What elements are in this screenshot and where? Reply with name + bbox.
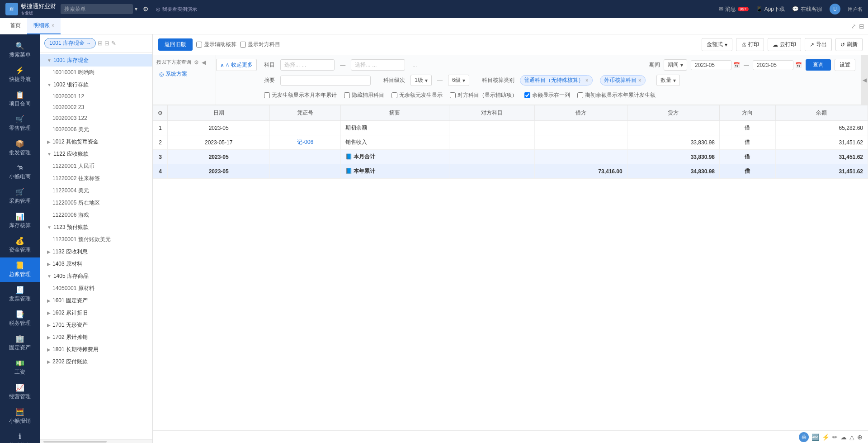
account-item-1012[interactable]: ▶ 1012 其他货币资金 xyxy=(40,136,152,148)
account-item-2202[interactable]: ▶ 2202 应付账款 xyxy=(40,356,152,368)
tab-home[interactable]: 首页 xyxy=(4,18,27,34)
settings-icon[interactable]: ⚙ xyxy=(143,5,149,13)
account-item-11230001[interactable]: 11230001 预付账款美元 xyxy=(40,233,152,246)
subject-start-select[interactable]: 选择... ... xyxy=(280,59,335,71)
tab-close-icon[interactable]: × xyxy=(52,23,54,28)
account-item-1405[interactable]: ▼ 1405 库存商品 xyxy=(40,270,152,282)
sidebar-item-basicinfo[interactable]: ℹ 基础信息 xyxy=(0,429,40,443)
scheme-item-system[interactable]: ◎ 系统方案 xyxy=(156,68,212,80)
check-counter-subject[interactable]: 对方科目（显示辅助项） xyxy=(450,91,517,99)
check-hide-aux[interactable]: 隐藏辅用科目 xyxy=(344,91,384,99)
account-item-1602[interactable]: ▶ 1602 累计折旧 xyxy=(40,307,152,319)
return-old-version-button[interactable]: 返回旧版 xyxy=(158,38,193,51)
level-start-select[interactable]: 1级 ▾ xyxy=(410,75,432,86)
query-button[interactable]: 查询 xyxy=(806,59,831,71)
account-item-1122[interactable]: ▼ 1122 应收账款 xyxy=(40,148,152,160)
period-end-cal-icon[interactable]: 📅 xyxy=(795,62,802,68)
account-item-1001[interactable]: ▼ 1001 库存现金 xyxy=(40,54,152,67)
sidebar-item-retail[interactable]: 🛒 零售管理 xyxy=(0,111,40,136)
account-item-10020006[interactable]: 10020006 美元 xyxy=(40,124,152,136)
sidebar-item-search[interactable]: 🔍 搜索菜单 xyxy=(0,38,40,62)
format-button[interactable]: 金额式 ▾ xyxy=(702,38,732,51)
account-item-1002[interactable]: ▼ 1002 银行存款 xyxy=(40,79,152,91)
account-item-10020003[interactable]: 10020003 122 xyxy=(40,113,152,124)
account-item-1132[interactable]: ▶ 1132 应收利息 xyxy=(40,246,152,258)
sidebar-item-payroll[interactable]: 💵 工资 xyxy=(0,355,40,380)
sidebar-item-ecommerce[interactable]: 🛍 小畅电商 xyxy=(0,160,40,184)
sidebar-item-operations[interactable]: 📈 经营管理 xyxy=(0,380,40,404)
check-no-occur[interactable]: 无发生额显示本月本年累计 xyxy=(264,91,337,99)
account-item-1601[interactable]: ▶ 1601 固定资产 xyxy=(40,295,152,307)
account-item-10010001[interactable]: 10010001 哟哟哟 xyxy=(40,67,152,79)
tab-expand-icon[interactable]: ⤢ xyxy=(851,23,856,30)
bottom-icon-4[interactable]: ☁ xyxy=(840,433,847,441)
refresh-button[interactable]: ↺ 刷新 xyxy=(835,38,863,51)
account-item-10020002[interactable]: 10020002 23 xyxy=(40,102,152,113)
bottom-icon-1[interactable]: 🔤 xyxy=(811,433,819,441)
category-tag-normal-close[interactable]: × xyxy=(585,77,589,84)
table-header-gear[interactable]: ⚙ xyxy=(153,105,168,121)
user-avatar[interactable]: U xyxy=(830,4,840,14)
sidebar-item-inventory[interactable]: 📊 库存核算 xyxy=(0,209,40,233)
quantity-select[interactable]: 数量 ▾ xyxy=(656,75,680,86)
bottom-icon-5[interactable]: △ xyxy=(849,433,854,441)
account-item-1701[interactable]: ▶ 1701 无形资产 xyxy=(40,319,152,331)
period-start-cal-icon[interactable]: 📅 xyxy=(733,62,740,68)
sidebar-item-finance[interactable]: 💰 资金管理 xyxy=(0,233,40,257)
sidebar-item-ledger[interactable]: 📒 总账管理 xyxy=(0,257,40,282)
data-table-container[interactable]: ⚙ 日期 凭证号 摘要 对方科目 借方 贷方 方向 余额 1 2023-05 xyxy=(153,105,868,430)
settings-button[interactable]: 设置 xyxy=(835,59,855,71)
account-tag[interactable]: 1001 库存现金 → xyxy=(44,38,96,48)
right-collapse-button[interactable]: ◀ xyxy=(861,55,868,105)
account-item-14050001[interactable]: 14050001 原材料 xyxy=(40,282,152,295)
translate-button[interactable]: 英 xyxy=(799,432,809,442)
sidebar-item-tax[interactable]: 📑 税务管理 xyxy=(0,306,40,331)
account-item-11220001[interactable]: 11220001 人民币 xyxy=(40,160,152,172)
scheme-config-icon[interactable]: ⚙ xyxy=(194,59,199,66)
level-end-select[interactable]: 6级 ▾ xyxy=(448,75,469,86)
summary-input[interactable] xyxy=(280,76,371,86)
sidebar-item-xcreport[interactable]: 🧮 小畅报销 xyxy=(0,404,40,429)
table-cell-voucher[interactable]: 记-006 xyxy=(270,135,341,150)
account-item-11220002[interactable]: 11220002 往来标签 xyxy=(40,172,152,185)
account-item-11220006[interactable]: 11220006 游戏 xyxy=(40,209,152,221)
account-item-1123[interactable]: ▼ 1123 预付账款 xyxy=(40,221,152,233)
account-edit-icon[interactable]: ✎ xyxy=(111,40,116,47)
demo-link[interactable]: ◎ 我要看实例演示 xyxy=(156,6,197,13)
check-no-balance[interactable]: 无余额无发生显示 xyxy=(392,91,443,99)
print-button[interactable]: 🖨 打印 xyxy=(736,38,764,51)
account-item-1702[interactable]: ▶ 1702 累计摊销 xyxy=(40,331,152,343)
category-tag-foreign-close[interactable]: × xyxy=(638,77,642,84)
sidebar-item-wholesale[interactable]: 📦 批发管理 xyxy=(0,136,40,160)
account-item-10020001[interactable]: 10020001 12 xyxy=(40,91,152,102)
account-item-1403[interactable]: ▶ 1403 原材料 xyxy=(40,258,152,270)
show-aux-checkbox[interactable]: 显示辅助核算 xyxy=(196,41,236,48)
account-item-1801[interactable]: ▶ 1801 长期待摊费用 xyxy=(40,343,152,356)
user-name[interactable]: 用户名 xyxy=(848,6,863,13)
bottom-icon-2[interactable]: ⚡ xyxy=(822,433,830,441)
account-item-11220005[interactable]: 11220005 所在地区 xyxy=(40,197,152,209)
sidebar-item-assets[interactable]: 🏢 固定资产 xyxy=(0,331,40,355)
export-button[interactable]: ↗ 导出 xyxy=(805,38,832,51)
period-type-select[interactable]: 期间 ▾ xyxy=(664,59,687,71)
bottom-icon-3[interactable]: ✏ xyxy=(832,433,838,441)
search-dropdown-icon[interactable]: ▾ xyxy=(135,6,137,12)
collapse-more-button[interactable]: ∧ ∧ 收起更多 xyxy=(216,59,257,71)
check-opening-balance[interactable]: 期初余额显示本年累计发生额 xyxy=(577,91,656,99)
sidebar-item-invoice[interactable]: 🧾 发票管理 xyxy=(0,282,40,306)
cloud-print-button[interactable]: ☁ 云打印 xyxy=(768,38,801,51)
app-download-button[interactable]: 📱 App下载 xyxy=(756,5,785,13)
tab-pin-icon[interactable]: ⊟ xyxy=(859,23,864,30)
period-start-input[interactable] xyxy=(691,60,731,70)
search-input[interactable] xyxy=(61,4,133,14)
check-balance-one-col[interactable]: 余额显示在一列 xyxy=(524,91,570,99)
voucher-link[interactable]: 记-006 xyxy=(297,139,313,145)
sidebar-item-project[interactable]: 📋 项目合同 xyxy=(0,87,40,111)
tab-ledger[interactable]: 明细账 × xyxy=(27,18,61,34)
sidebar-item-purchase[interactable]: 🛒 采购管理 xyxy=(0,184,40,209)
account-expand-icon[interactable]: ⊞ xyxy=(98,40,103,47)
online-service-button[interactable]: 💬 在线客服 xyxy=(792,5,822,13)
sidebar-item-quick-nav[interactable]: ⚡ 快捷导航 xyxy=(0,62,40,87)
scheme-collapse-icon[interactable]: ◀ xyxy=(202,59,206,66)
subject-end-select[interactable]: 选择... ... xyxy=(351,59,405,71)
